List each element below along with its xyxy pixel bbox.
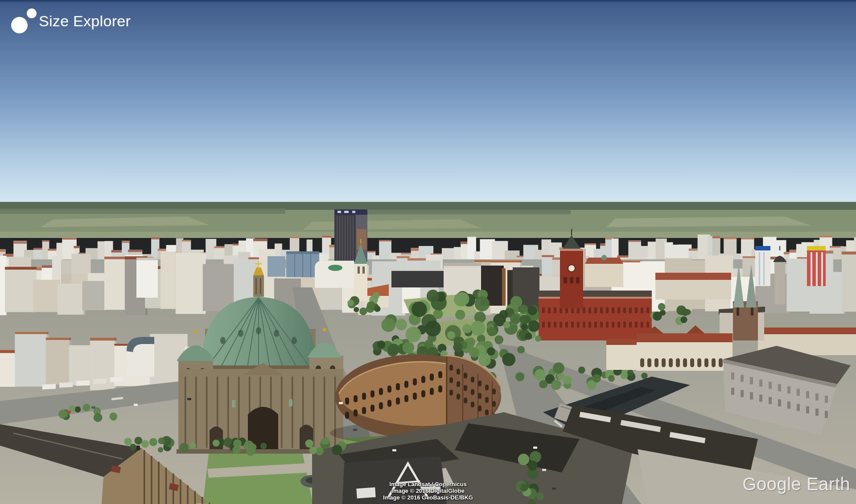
logo-small-circle [27, 8, 37, 18]
sbahn-station-building [391, 269, 444, 287]
red-yellow-tower [807, 246, 826, 286]
logo-big-circle [11, 17, 28, 33]
earth-viewport[interactable]: Size Explorer Image Landsat / Copernicus… [0, 0, 856, 504]
size-explorer-circles-icon [11, 8, 38, 34]
app-title: Size Explorer [39, 12, 131, 30]
curved-white-building [127, 337, 154, 377]
scene-3d-render [0, 0, 856, 504]
galeria-building [315, 261, 354, 288]
google-earth-watermark: Google Earth [742, 474, 850, 494]
left-white-tower [136, 258, 158, 298]
attribution-line: Image Landsat / Copernicus [383, 481, 473, 488]
app-logo[interactable]: Size Explorer [11, 8, 131, 34]
imagery-attribution: Image Landsat / Copernicus Image © 2016 … [383, 481, 473, 501]
attribution-line: Image © 2016 GeoBasis-DE/BKG [383, 494, 473, 501]
attribution-line: Image © 2016 DigitalGlobe [383, 488, 473, 494]
blue-top-tower [755, 246, 770, 286]
palace-behind-rathaus [585, 255, 623, 287]
